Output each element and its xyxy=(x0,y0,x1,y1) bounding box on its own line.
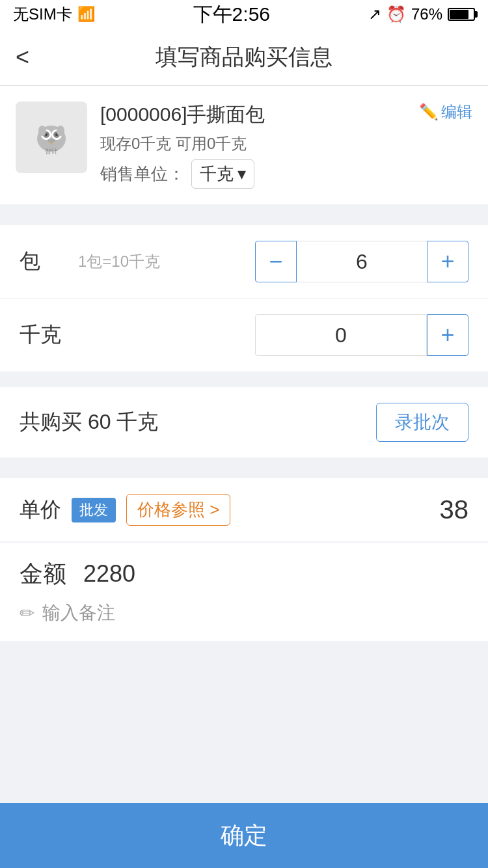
product-thumbnail: 智计 xyxy=(16,102,87,173)
qty-input-bao[interactable] xyxy=(297,241,427,282)
separator-1 xyxy=(0,215,488,225)
qty-plus-kg[interactable]: + xyxy=(427,314,468,356)
remark-placeholder: 输入备注 xyxy=(42,601,115,625)
price-value: 38 xyxy=(440,495,469,524)
product-unit-row: 销售单位： 千克 ▾ xyxy=(100,159,472,189)
product-card: 智计 [0000006]手撕面包 ✏️ 编辑 现存0千克 可用0千克 销售单位：… xyxy=(0,86,488,204)
carrier-label: 无SIM卡 xyxy=(13,4,72,25)
wifi-icon: 📶 xyxy=(77,6,95,23)
pencil-icon: ✏ xyxy=(20,603,34,624)
amount-row: 金额 2280 xyxy=(20,558,468,590)
nav-bar: < 填写商品购买信息 xyxy=(0,29,488,86)
remark-row[interactable]: ✏ 输入备注 xyxy=(20,601,468,625)
edit-icon: ✏️ xyxy=(419,103,439,121)
status-bar: 无SIM卡 📶 下午2:56 ↗ ⏰ 76% xyxy=(0,0,488,29)
back-button[interactable]: < xyxy=(16,44,29,71)
quantity-row-kg: 千克 + xyxy=(0,299,488,372)
price-label: 单价 xyxy=(20,496,61,524)
price-section: 单价 批发 价格参照 > 38 xyxy=(0,478,488,541)
price-tag: 批发 xyxy=(72,498,116,522)
page-title: 填写商品购买信息 xyxy=(156,42,332,72)
batch-button[interactable]: 录批次 xyxy=(376,403,468,442)
qty-label-bao: 包 xyxy=(20,247,72,276)
qty-label-kg: 千克 xyxy=(20,321,72,349)
qty-minus-bao[interactable]: − xyxy=(255,241,297,282)
summary-text: 共购买 60 千克 xyxy=(20,408,158,437)
chevron-down-icon: ▾ xyxy=(237,164,246,184)
separator-2 xyxy=(0,457,488,468)
unit-select[interactable]: 千克 ▾ xyxy=(191,159,254,189)
svg-point-7 xyxy=(47,139,55,142)
product-info: [0000006]手撕面包 ✏️ 编辑 现存0千克 可用0千克 销售单位： 千克… xyxy=(100,102,472,189)
quantity-section: 包 1包=10千克 − + 千克 + xyxy=(0,225,488,372)
product-stock: 现存0千克 可用0千克 xyxy=(100,133,472,154)
battery-icon xyxy=(448,8,475,21)
battery-percent: 76% xyxy=(411,5,442,23)
status-time: 下午2:56 xyxy=(193,1,270,28)
amount-label: 金额 xyxy=(20,560,66,587)
price-ref-label: 价格参照 > xyxy=(137,498,219,521)
price-ref-button[interactable]: 价格参照 > xyxy=(126,494,230,526)
quantity-control-kg: + xyxy=(255,314,468,356)
status-right: ↗ ⏰ 76% xyxy=(368,5,475,23)
qty-plus-bao[interactable]: + xyxy=(427,241,468,282)
status-left: 无SIM卡 📶 xyxy=(13,4,95,25)
quantity-row-bao: 包 1包=10千克 − + xyxy=(0,225,488,299)
qty-hint-bao: 1包=10千克 xyxy=(78,251,255,272)
unit-label: 销售单位： xyxy=(100,163,185,185)
svg-point-10 xyxy=(57,126,64,136)
summary-row: 共购买 60 千克 录批次 xyxy=(0,382,488,457)
owl-logo: 智计 xyxy=(32,118,71,157)
svg-point-9 xyxy=(38,126,46,136)
svg-text:智计: 智计 xyxy=(45,148,58,155)
amount-section: 金额 2280 ✏ 输入备注 xyxy=(0,543,488,641)
confirm-button[interactable]: 确定 xyxy=(0,803,488,868)
location-icon: ↗ xyxy=(368,5,381,23)
edit-button[interactable]: ✏️ 编辑 xyxy=(419,102,472,122)
quantity-control-bao: − + xyxy=(255,241,468,282)
amount-value: 2280 xyxy=(83,560,135,587)
content-spacer xyxy=(0,641,488,823)
qty-input-kg[interactable] xyxy=(255,314,427,356)
product-name: [0000006]手撕面包 xyxy=(100,102,265,128)
alarm-icon: ⏰ xyxy=(386,5,406,23)
